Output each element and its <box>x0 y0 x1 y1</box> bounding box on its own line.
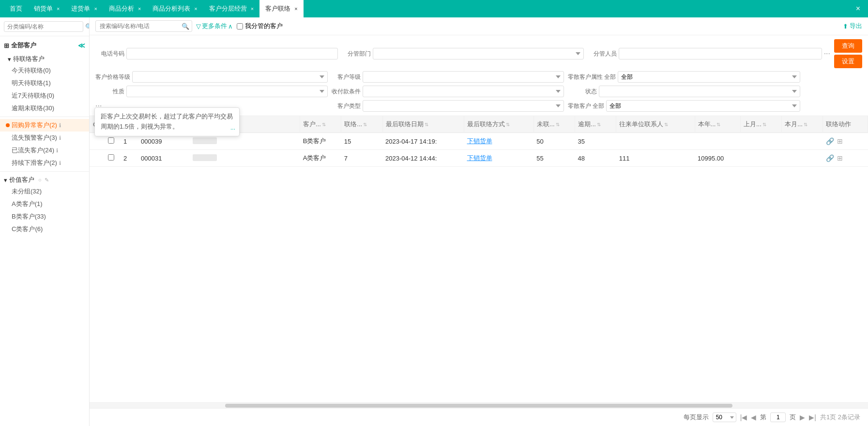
row-this-month-2 <box>782 150 823 167</box>
setting-button[interactable]: 设置 <box>834 55 862 68</box>
customer-level-select[interactable] <box>363 71 564 83</box>
filter-price-level: 客户价格等级 <box>95 71 328 83</box>
query-button[interactable]: 查询 <box>834 39 862 53</box>
search-wrap: 🔍 <box>95 20 192 32</box>
close-customer-tier-icon[interactable]: × <box>251 6 254 12</box>
close-product-analysis-list-icon[interactable]: × <box>194 6 197 12</box>
prev-page-button[interactable]: ◀ <box>751 413 756 421</box>
my-customer-checkbox[interactable] <box>237 23 243 29</box>
nature-label: 性质 <box>95 88 124 96</box>
more-conditions-button[interactable]: ▽ 更多条件 ∧ <box>196 22 233 30</box>
link-icon-2[interactable]: 🔗 <box>826 154 834 162</box>
first-page-button[interactable]: |◀ <box>740 413 747 421</box>
row-last-method-2[interactable]: 下销货单 <box>464 150 534 167</box>
horizontal-scrollbar[interactable] <box>90 402 868 408</box>
my-customer-checkbox-label[interactable]: 我分管的客户 <box>237 22 283 30</box>
sidebar-item-repurchase-anomaly[interactable]: 回购异常客户(2) ℹ <box>0 119 89 132</box>
scrollbar-thumb[interactable] <box>225 404 732 408</box>
sidebar-search-icon[interactable]: 🔍 <box>85 23 90 30</box>
nav-customer-tier[interactable]: 客户分层经营 × <box>203 0 259 17</box>
filter-status: 状态 <box>568 86 800 97</box>
sidebar-value-customer-header: ▾ 价值客户 ○ ✎ <box>0 174 89 185</box>
price-level-select[interactable] <box>132 71 328 83</box>
close-sales-icon[interactable]: × <box>57 6 60 12</box>
col-last-method[interactable]: 最后联络方式⇅ <box>464 116 534 133</box>
nav-home[interactable]: 首页 <box>4 0 28 17</box>
nav-close-all-button[interactable]: × <box>852 4 864 13</box>
info-icon-4[interactable]: ℹ <box>59 160 61 166</box>
next-page-button[interactable]: ▶ <box>800 413 805 421</box>
customer-type-select[interactable] <box>363 100 564 112</box>
grid-action-icon-2[interactable]: ⊞ <box>837 154 843 162</box>
col-customer-level[interactable]: 客户...⇅ <box>300 116 341 133</box>
grid-action-icon-1[interactable]: ⊞ <box>837 137 843 145</box>
person-dots-icon[interactable]: ··· <box>824 49 830 58</box>
last-page-button[interactable]: ▶| <box>809 413 816 421</box>
col-unlink-days[interactable]: 未联...⇅ <box>533 116 575 133</box>
customer-search-input[interactable] <box>95 20 192 32</box>
payment-select[interactable] <box>363 86 564 97</box>
sidebar-item-today-pending[interactable]: 今天待联络(0) <box>0 64 89 77</box>
search-icon[interactable]: 🔍 <box>182 23 189 30</box>
nav-product-analysis[interactable]: 商品分析 × <box>103 0 147 17</box>
sidebar-item-churn-warning[interactable]: 流失预警客户(3) ℹ <box>0 132 89 144</box>
retail-customer-select[interactable]: 全部 <box>606 100 800 112</box>
col-overdue[interactable]: 逾期...⇅ <box>575 116 616 133</box>
sidebar-item-class-b[interactable]: B类客户(33) <box>0 210 89 223</box>
edit-icon-2[interactable]: ✎ <box>45 177 49 183</box>
info-icon-3[interactable]: ℹ <box>56 147 58 154</box>
col-last-month[interactable]: 上月...⇅ <box>740 116 781 133</box>
sidebar-item-declining[interactable]: 持续下滑客户(2) ℹ <box>0 157 89 169</box>
export-button[interactable]: ⬆ 导出 <box>843 22 862 30</box>
link-icon-1[interactable]: 🔗 <box>826 137 834 145</box>
col-this-year[interactable]: 本年...⇅ <box>695 116 740 133</box>
row-last-method-1[interactable]: 下销货单 <box>464 133 534 150</box>
chevron-down-icon: ∧ <box>228 23 233 30</box>
dept-select[interactable] <box>373 48 584 59</box>
per-page-select[interactable]: 50 20 100 <box>713 412 736 422</box>
info-icon[interactable]: ℹ <box>59 122 61 129</box>
phone-input[interactable] <box>126 48 338 59</box>
person-input[interactable] <box>619 48 822 59</box>
nature-select[interactable] <box>126 86 328 97</box>
status-label: 状态 <box>568 88 597 96</box>
sidebar-item-churned[interactable]: 已流失客户(24) ℹ <box>0 144 89 157</box>
close-customer-contact-icon[interactable]: × <box>294 6 297 12</box>
filter-customer-type: 客户类型 <box>332 100 564 112</box>
row-level-1: B类客户 <box>300 133 341 150</box>
sidebar-all-customers[interactable]: ⊞ 全部客户 ≪ <box>0 38 89 53</box>
status-select[interactable] <box>599 86 800 97</box>
col-this-month[interactable]: 本月...⇅ <box>782 116 823 133</box>
nav-customer-contact[interactable]: 客户联络 × <box>259 0 303 17</box>
nav-sales[interactable]: 销货单 × <box>28 0 65 17</box>
sidebar-item-class-a[interactable]: A类客户(1) <box>0 198 89 210</box>
row-contact-2: 7 <box>341 150 382 167</box>
close-product-analysis-icon[interactable]: × <box>138 6 141 12</box>
close-purchase-icon[interactable]: × <box>94 6 97 12</box>
col-last-date[interactable]: 最后联络日期⇅ <box>382 116 464 133</box>
sidebar-item-7day-pending[interactable]: 近7天待联络(0) <box>0 89 89 102</box>
row-contact2-1 <box>616 133 695 150</box>
row-checkbox-1[interactable] <box>108 137 114 144</box>
row-level-2: A类客户 <box>300 150 341 167</box>
sidebar-item-overdue-unlinked[interactable]: 逾期未联络(30) <box>0 102 89 115</box>
col-contact2[interactable]: 往来单位联系人⇅ <box>616 116 695 133</box>
row-action-2: 🔗 ⊞ <box>823 150 868 167</box>
sidebar-item-tomorrow-pending[interactable]: 明天待联络(1) <box>0 77 89 89</box>
edit-icon[interactable]: ○ <box>38 177 42 183</box>
current-page-input[interactable] <box>770 412 786 422</box>
sidebar-item-ungrouped[interactable]: 未分组(32) <box>0 185 89 198</box>
retail-attr-select[interactable]: 全部 <box>618 71 800 83</box>
row-checkbox-2[interactable] <box>108 154 114 161</box>
grid-icon: ⊞ <box>4 42 9 49</box>
sidebar-search-input[interactable] <box>4 21 83 32</box>
nav-product-analysis-list[interactable]: 商品分析列表 × <box>147 0 203 17</box>
col-contact-count[interactable]: 联络...⇅ <box>341 116 382 133</box>
export-icon: ⬆ <box>843 23 848 30</box>
sidebar-item-class-c[interactable]: C类客户(6) <box>0 223 89 235</box>
sidebar-group-pending[interactable]: ▾ 待联络客户 <box>0 53 89 64</box>
filter-payment: 收付款条件 <box>332 86 564 97</box>
info-icon-2[interactable]: ℹ <box>59 135 61 141</box>
nav-purchase[interactable]: 进货单 × <box>65 0 103 17</box>
row-unlink-2: 55 <box>533 150 575 167</box>
